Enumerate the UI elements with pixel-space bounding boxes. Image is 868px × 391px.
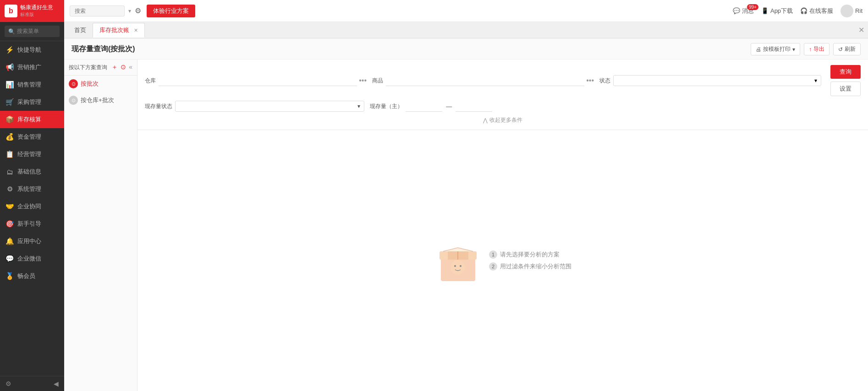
online-service-btn[interactable]: 🎧 在线客服: [800, 7, 833, 15]
wechat-icon: 💬: [5, 255, 14, 263]
refresh-btn[interactable]: ↺ 刷新: [833, 43, 861, 55]
warehouse-input[interactable]: [159, 76, 357, 86]
stock-qty-min-input[interactable]: [406, 101, 442, 112]
sidebar-header: b 畅康通好生意 标准版: [0, 0, 64, 22]
sidebar-settings-btn[interactable]: ⚙: [5, 380, 11, 387]
main-area: ▾ ⚙ 体验行业方案 💬 消息 99+ 📱 App下载 🎧 在线客服 Rit: [64, 0, 868, 391]
sidebar-item-member[interactable]: 🏅 畅会员: [0, 267, 64, 285]
status-chevron-icon: ▾: [814, 77, 817, 84]
headset-icon: 🎧: [800, 7, 808, 14]
export-icon: ↑: [809, 46, 812, 53]
business-icon: 📋: [5, 150, 14, 158]
app-name: 畅康通好生意: [20, 4, 53, 11]
refresh-label: 刷新: [845, 45, 856, 53]
brand-info: 畅康通好生意 标准版: [20, 4, 53, 18]
sidebar-item-label: 系统管理: [17, 185, 41, 193]
plan-batch-label: 按批次: [81, 80, 99, 88]
add-plan-btn[interactable]: ＋: [111, 63, 118, 71]
topbar-search-box: [70, 5, 125, 16]
sidebar-item-label: 快捷导航: [17, 46, 41, 54]
sidebar-item-purchase[interactable]: 🛒 采购管理: [0, 93, 64, 111]
empty-hints: 1 请先选择要分析的方案 2 用过滤条件来缩小分析范围: [489, 250, 571, 271]
tab-home[interactable]: 首页: [68, 23, 93, 37]
tab-batch[interactable]: 库存批次账 ✕: [93, 23, 145, 38]
sidebar-item-marketing[interactable]: 📢 营销推广: [0, 59, 64, 76]
filter-row-1: 仓库 ••• 商品 ••• 状态: [145, 65, 861, 96]
query-btn[interactable]: 查询: [830, 65, 861, 79]
stock-status-select[interactable]: ▾: [175, 101, 364, 112]
sidebar: b 畅康通好生意 标准版 🔍 搜索菜单 ⚡ 快捷导航 📢 营销推广 📊 销售管理…: [0, 0, 64, 391]
product-label: 商品: [372, 77, 383, 85]
sidebar-item-system[interactable]: ⚙ 系统管理: [0, 180, 64, 198]
sidebar-item-label: 企业协同: [17, 202, 41, 211]
enterprise-icon: 🤝: [5, 202, 14, 211]
member-icon: 🏅: [5, 272, 14, 280]
sidebar-item-sales[interactable]: 📊 销售管理: [0, 76, 64, 93]
plan-item-warehouse-batch[interactable]: ⊙ 按仓库+批次: [64, 92, 137, 109]
system-icon: ⚙: [5, 185, 14, 193]
settings-btn[interactable]: 设置: [830, 81, 861, 96]
plan-item-batch[interactable]: ⊙ 按批次: [64, 76, 137, 92]
user-avatar-btn[interactable]: Rit: [841, 5, 863, 17]
app-download-label: App下载: [770, 7, 793, 15]
plan-settings-btn[interactable]: ⊙: [121, 63, 126, 71]
search-menu-input[interactable]: 🔍 搜索菜单: [5, 26, 60, 37]
message-icon: 💬: [733, 7, 740, 14]
tabs-bar: 首页 库存批次账 ✕ ✕: [64, 22, 868, 38]
plan-warehouse-icon: ⊙: [69, 96, 78, 105]
stock-qty-label: 现存量（主）: [370, 103, 403, 110]
status-label: 状态: [599, 77, 610, 85]
sidebar-item-inventory[interactable]: 📦 库存核算: [0, 111, 64, 128]
newcomer-icon: 🎯: [5, 220, 14, 228]
collapse-label: 收起更多条件: [489, 116, 522, 124]
tab-close-all-btn[interactable]: ✕: [858, 26, 864, 34]
empty-svg: [434, 238, 484, 288]
collapse-filters-btn[interactable]: ⋀ 收起更多条件: [145, 116, 861, 124]
search-icon: 🔍: [8, 28, 15, 35]
status-select[interactable]: ▾: [613, 75, 821, 86]
sidebar-item-wechat[interactable]: 💬 企业微信: [0, 250, 64, 267]
empty-hint-1: 1 请先选择要分析的方案: [489, 250, 571, 259]
plan-list: ⊙ 按批次 ⊙ 按仓库+批次: [64, 76, 137, 391]
sidebar-item-newcomer[interactable]: 🎯 新手引导: [0, 215, 64, 233]
filter-stock-qty-group: 现存量（主） —: [370, 101, 589, 112]
topbar-settings-icon[interactable]: ⚙: [135, 6, 141, 15]
sidebar-item-label: 采购管理: [17, 98, 41, 106]
plan-collapse-btn[interactable]: «: [129, 63, 132, 71]
app-version: 标准版: [20, 11, 53, 18]
sidebar-item-quick[interactable]: ⚡ 快捷导航: [0, 41, 64, 59]
sidebar-item-label: 经营管理: [17, 150, 41, 158]
filter-action-buttons: 查询 设置: [830, 65, 861, 96]
topbar-dropdown-icon[interactable]: ▾: [128, 8, 131, 14]
avatar: [841, 5, 853, 17]
left-panel: 按以下方案查询 ＋ ⊙ « ⊙ 按批次 ⊙ 按仓库+批次: [64, 60, 137, 391]
sidebar-item-label: 基础信息: [17, 168, 41, 176]
experience-btn[interactable]: 体验行业方案: [147, 5, 195, 17]
sidebar-item-business[interactable]: 📋 经营管理: [0, 146, 64, 163]
right-panel: 仓库 ••• 商品 ••• 状态: [137, 60, 868, 391]
warehouse-dots-btn[interactable]: •••: [359, 76, 367, 85]
sidebar-item-enterprise[interactable]: 🤝 企业协同: [0, 198, 64, 215]
product-dots-btn[interactable]: •••: [586, 76, 594, 85]
sidebar-item-finance[interactable]: 💰 资金管理: [0, 128, 64, 146]
stock-status-label: 现存量状态: [145, 103, 172, 110]
print-btn[interactable]: 🖨 按模板打印 ▾: [751, 43, 800, 55]
sidebar-search-area[interactable]: 🔍 搜索菜单: [0, 22, 64, 41]
sidebar-item-label: 企业微信: [17, 255, 41, 263]
topbar-search-input[interactable]: [75, 8, 121, 14]
collapse-chevron-icon: ⋀: [483, 117, 488, 124]
stock-qty-dash: —: [446, 103, 452, 110]
sidebar-collapse-btn[interactable]: ◀: [54, 380, 59, 387]
tab-batch-label: 库存批次账: [99, 27, 129, 33]
sidebar-item-app-center[interactable]: 🔔 应用中心: [0, 233, 64, 250]
sidebar-item-basic[interactable]: 🗂 基础信息: [0, 163, 64, 180]
topbar: ▾ ⚙ 体验行业方案 💬 消息 99+ 📱 App下载 🎧 在线客服 Rit: [64, 0, 868, 22]
sidebar-item-label: 新手引导: [17, 220, 41, 228]
messages-btn[interactable]: 💬 消息 99+: [733, 7, 754, 15]
export-btn[interactable]: ↑ 导出: [804, 43, 830, 55]
product-input[interactable]: [386, 76, 584, 86]
app-download-btn[interactable]: 📱 App下载: [761, 7, 793, 15]
quick-icon: ⚡: [5, 46, 14, 54]
tab-batch-close[interactable]: ✕: [134, 27, 138, 33]
stock-qty-max-input[interactable]: [456, 101, 492, 112]
